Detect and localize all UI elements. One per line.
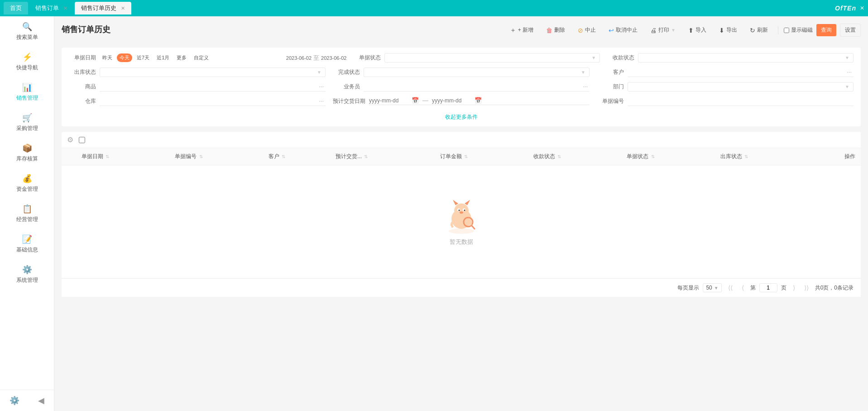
export-button[interactable]: ⬇ 导出 [715,24,742,36]
sidebar-item-quick-nav[interactable]: ⚡ 快捷导航 [0,47,54,77]
th-order-status[interactable]: 单据状态 ⇅ [621,148,715,165]
payment-status-label: 收款状态 [607,54,634,62]
toolbar-separator [778,26,778,34]
stop-button[interactable]: ⊘ 中止 [573,24,600,36]
date-range-btns: 昨天 今天 近7天 近1月 更多 自定义 [100,53,211,62]
sidebar-item-search[interactable]: 🔍 搜索菜单 [0,16,54,47]
date-btn-yesterday[interactable]: 昨天 [100,53,115,62]
order-no-input[interactable] [628,98,854,104]
delete-button[interactable]: 🗑 删除 [542,24,570,36]
sidebar-item-finance[interactable]: 💰 资金管理 [0,168,54,198]
import-icon: ⬆ [688,27,694,34]
collapse-button[interactable]: 收起更多条件 [445,114,478,120]
sidebar-item-sales[interactable]: 📊 销售管理 [0,77,54,107]
th-amount[interactable]: 订单金额 ⇅ [435,148,528,165]
calendar-from-icon[interactable]: 📅 [412,97,419,104]
toolbar: ＋ + 新增 🗑 删除 ⊘ 中止 ↩ 取消中止 🖨 打印 [505,24,861,37]
sidebar-settings-btn[interactable]: ⚙️ [8,394,21,407]
date-btn-1month[interactable]: 近1月 [154,53,172,62]
page-title: 销售订单历史 [62,24,110,35]
close-sales-order-tab[interactable]: ✕ [63,5,67,11]
date-sep: — [422,97,428,104]
select-all-checkbox[interactable] [79,137,85,143]
empty-illustration [441,197,482,238]
topbar-right: OfTEn ✕ [835,5,864,12]
page-label-pre: 第 [750,284,756,292]
th-expected-delivery[interactable]: 预计交货... ⇅ [330,148,435,165]
topbar-close-icon[interactable]: ✕ [860,5,864,11]
first-page-btn[interactable]: ⟨⟨ [725,283,735,292]
new-button[interactable]: ＋ + 新增 [505,24,538,37]
purchase-icon: 🛒 [22,113,32,123]
refresh-button[interactable]: ↻ 刷新 [745,24,772,36]
completion-status-select[interactable]: ▼ [364,68,590,77]
sidebar-collapse-btn[interactable]: ◀ [36,394,46,407]
customer-value: ··· [628,67,854,77]
sidebar-item-purchase[interactable]: 🛒 采购管理 [0,107,54,138]
department-arrow-icon: ▼ [845,84,849,89]
filter-collapse-area: 收起更多条件 [69,111,854,121]
filter-panel: 单据日期 昨天 今天 近7天 近1月 更多 自定义 2023-06-02 [62,48,861,126]
content-area: 销售订单历史 ＋ + 新增 🗑 删除 ⊘ 中止 ↩ 取消中止 [54,16,868,411]
query-button[interactable]: 查询 [816,24,836,36]
cancel-stop-icon: ↩ [609,27,614,34]
page-size-value: 50 [706,285,712,291]
delivery-status-select[interactable]: ▼ [100,68,326,77]
next-page-btn[interactable]: ⟩ [790,283,798,292]
sort-payment-icon: ⇅ [557,154,561,159]
date-btn-more[interactable]: 更多 [174,53,189,62]
sort-amount-icon: ⇅ [464,154,468,159]
display-cols-input[interactable] [784,28,789,33]
sidebar-item-basic-info[interactable]: 📝 基础信息 [0,229,54,259]
order-status-select[interactable]: ▼ [384,53,600,63]
expected-date-from-input[interactable] [369,97,410,104]
goods-dots-icon[interactable]: ··· [317,83,326,90]
calendar-to-icon[interactable]: 📅 [475,97,482,104]
import-button[interactable]: ⬆ 导入 [684,24,711,36]
close-history-tab[interactable]: ✕ [121,5,125,11]
quick-nav-icon: ⚡ [22,52,32,62]
sidebar-item-inventory[interactable]: 📦 库存核算 [0,138,54,168]
th-delivery-status[interactable]: 出库状态 ⇅ [715,148,808,165]
expected-date-to-input[interactable] [432,97,473,104]
page-size-select[interactable]: 50 ▼ [703,283,721,292]
department-select[interactable]: ▼ [628,82,854,92]
tab-sales-order[interactable]: 销售订单 ✕ [29,2,74,15]
filter-payment-status: 收款状态 ▼ [607,53,854,63]
delivery-status-arrow-icon: ▼ [317,70,321,75]
department-label: 部门 [597,83,624,91]
prev-page-btn[interactable]: ⟨ [739,283,747,292]
th-payment-status[interactable]: 收款状态 ⇅ [528,148,621,165]
th-date[interactable]: 单据日期 ⇅ [76,148,169,165]
warehouse-label: 仓库 [69,97,96,105]
filter-row-2: 出库状态 ▼ 完成状态 ▼ 客户 [69,67,854,77]
payment-status-select[interactable]: ▼ [638,53,854,63]
empty-state-cell: 暂无数据 [62,165,861,278]
page-input[interactable] [759,283,777,292]
warehouse-dots-icon[interactable]: ··· [317,97,326,104]
salesperson-dots-icon[interactable]: ··· [581,83,590,90]
svg-point-9 [460,212,463,214]
basic-info-icon: 📝 [22,234,32,244]
filter-expected-date: 预计交货日期 📅 — 📅 [333,97,590,105]
sidebar-item-system[interactable]: ⚙️ 系统管理 [0,259,54,290]
print-icon: 🖨 [650,27,657,34]
tab-home[interactable]: 首页 [4,2,28,15]
display-cols-checkbox[interactable]: 显示磁磁 [784,26,813,34]
date-btn-custom[interactable]: 自定义 [191,53,211,62]
table-body: 暂无数据 [62,165,861,278]
date-btn-today[interactable]: 今天 [117,53,132,62]
date-btn-7days[interactable]: 近7天 [134,53,152,62]
customer-dots-icon[interactable]: ··· [845,68,854,75]
tab-sales-order-history[interactable]: 销售订单历史 ✕ [75,2,131,15]
last-page-btn[interactable]: ⟩⟩ [801,283,811,292]
table-settings-icon[interactable]: ⚙ [67,135,73,144]
cancel-stop-button[interactable]: ↩ 取消中止 [604,24,642,36]
sidebar-item-operations[interactable]: 📋 经营管理 [0,198,54,229]
settings-toolbar-button[interactable]: 设置 [840,24,861,37]
th-order-no[interactable]: 单据编号 ⇅ [169,148,263,165]
th-customer[interactable]: 客户 ⇅ [263,148,330,165]
filter-row-3: 商品 ··· 业务员 ··· 部门 [69,82,854,92]
print-button[interactable]: 🖨 打印 ▼ [646,24,680,36]
payment-status-arrow-icon: ▼ [845,55,849,60]
